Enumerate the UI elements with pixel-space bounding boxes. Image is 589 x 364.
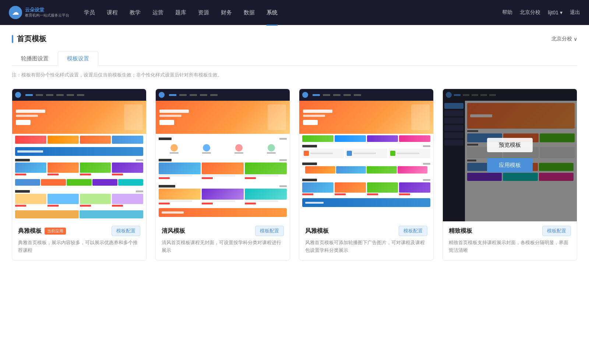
- template-hover-overlay: 预览模板 应用模板: [443, 89, 577, 221]
- template-name-qingfeng: 清风模板: [162, 227, 185, 235]
- nav-item-students[interactable]: 学员: [84, 8, 95, 18]
- logo-text: 云朵设堂 教育机构一站式服务云平台: [25, 7, 69, 18]
- branch-link[interactable]: 北京分校: [520, 9, 540, 16]
- logo[interactable]: ☁ 云朵设堂 教育机构一站式服务云平台: [9, 6, 69, 19]
- template-name-fengya: 风雅模板: [305, 227, 329, 235]
- nav-item-teaching[interactable]: 教学: [130, 8, 141, 18]
- branch-label: 北京分校: [551, 36, 572, 42]
- template-preview-jingzhi[interactable]: 预览模板 应用模板: [443, 89, 577, 221]
- page-header: 首页模板 北京分校 ∨: [12, 34, 577, 44]
- template-card-fengya: 风雅模板 模板配置 风雅首页模板可添加轮播图下广告图片，可对课程及课程包设置学科…: [299, 89, 434, 261]
- config-button-fengya[interactable]: 模板配置: [399, 226, 427, 236]
- template-preview-dianyan[interactable]: [12, 89, 146, 221]
- current-badge-dianyan: 当前应用: [45, 228, 66, 235]
- logout-link[interactable]: 退出: [570, 9, 580, 16]
- template-desc-qingfeng: 清风首页模板课程无封面，可设置按学科分类对课程进行展示: [162, 239, 284, 254]
- nav-item-system[interactable]: 系统: [267, 8, 278, 18]
- logo-icon: ☁: [9, 6, 22, 19]
- branch-chevron-icon: ∨: [574, 36, 577, 42]
- branch-selector[interactable]: 北京分校 ∨: [551, 36, 577, 42]
- template-card-jingzhi: 预览模板 应用模板: [442, 89, 577, 261]
- tab-carousel[interactable]: 轮播图设置: [12, 51, 58, 66]
- template-card-dianyan: 典雅模板 当前应用 模板配置 典雅首页模板，展示内容较多，可以展示优惠券和多个推…: [12, 89, 147, 261]
- template-footer-dianyan: 典雅模板 当前应用 模板配置 典雅首页模板，展示内容较多，可以展示优惠券和多个推…: [12, 221, 146, 260]
- page-title: 首页模板: [17, 34, 46, 44]
- tab-template[interactable]: 模板设置: [58, 51, 98, 66]
- user-dropdown[interactable]: lijt01 ▾: [548, 10, 562, 15]
- nav-menu: 学员 课程 教学 运营 题库 资源 财务 数据 系统: [84, 8, 502, 18]
- config-button-qingfeng[interactable]: 模板配置: [255, 226, 284, 236]
- sim-preview-fengya: [299, 89, 433, 221]
- sim-preview-qingfeng: [156, 89, 290, 221]
- nav-item-exam[interactable]: 题库: [175, 8, 186, 18]
- template-card-qingfeng: 清风模板 模板配置 清风首页模板课程无封面，可设置按学科分类对课程进行展示: [155, 89, 290, 261]
- nav-item-courses[interactable]: 课程: [107, 8, 118, 18]
- title-bar-accent: [12, 35, 13, 43]
- template-footer-jingzhi: 精致模板 模板配置 精致首页模板支持课程展示封面，各模板分隔明显，界面简洁清晰: [443, 221, 577, 260]
- preview-template-button[interactable]: 预览模板: [487, 138, 533, 152]
- template-name-jingzhi: 精致模板: [449, 227, 472, 235]
- template-preview-fengya[interactable]: [299, 89, 433, 221]
- template-footer-fengya: 风雅模板 模板配置 风雅首页模板可添加轮播图下广告图片，可对课程及课程包设置学科…: [299, 221, 433, 260]
- template-name-dianyan: 典雅模板: [18, 227, 42, 235]
- config-button-jingzhi[interactable]: 模板配置: [542, 226, 571, 236]
- template-footer-qingfeng: 清风模板 模板配置 清风首页模板课程无封面，可设置按学科分类对课程进行展示: [156, 221, 290, 260]
- help-link[interactable]: 帮助: [502, 9, 512, 16]
- sim-preview-dianyan: [12, 89, 146, 221]
- nav-right: 帮助 北京分校 lijt01 ▾ 退出: [502, 9, 580, 16]
- template-desc-jingzhi: 精致首页模板支持课程展示封面，各模板分隔明显，界面简洁清晰: [449, 239, 571, 254]
- template-note: 注：模板有部分个性化样式设置，设置后仅当前模板生效；非个性化样式设置后针对所有模…: [12, 72, 577, 78]
- template-desc-fengya: 风雅首页模板可添加轮播图下广告图片，可对课程及课程包设置学科分类展示: [305, 239, 427, 254]
- nav-item-finance[interactable]: 财务: [221, 8, 232, 18]
- nav-item-data[interactable]: 数据: [244, 8, 255, 18]
- tabs: 轮播图设置 模板设置: [12, 51, 577, 66]
- nav-item-operations[interactable]: 运营: [152, 8, 163, 18]
- template-grid: 典雅模板 当前应用 模板配置 典雅首页模板，展示内容较多，可以展示优惠券和多个推…: [12, 89, 577, 261]
- nav-item-resources[interactable]: 资源: [198, 8, 209, 18]
- config-button-dianyan[interactable]: 模板配置: [112, 226, 140, 236]
- top-navigation: ☁ 云朵设堂 教育机构一站式服务云平台 学员 课程 教学 运营 题库 资源 财务…: [0, 0, 589, 25]
- dropdown-arrow-icon: ▾: [560, 10, 562, 15]
- page-content: 首页模板 北京分校 ∨ 轮播图设置 模板设置 注：模板有部分个性化样式设置，设置…: [0, 25, 589, 364]
- template-preview-qingfeng[interactable]: [156, 89, 290, 221]
- template-desc-dianyan: 典雅首页模板，展示内容较多，可以展示优惠券和多个推荐课程: [18, 239, 140, 254]
- page-title-wrap: 首页模板: [12, 34, 46, 44]
- apply-template-button[interactable]: 应用模板: [487, 158, 533, 172]
